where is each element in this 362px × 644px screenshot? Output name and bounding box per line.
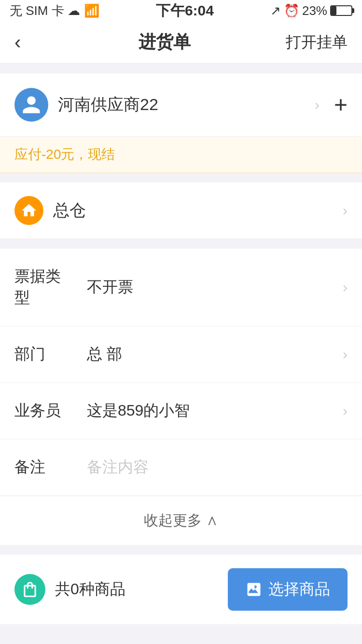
department-arrow-icon: › [343,346,348,363]
invoice-type-value: 不开票 [72,277,343,298]
select-product-button[interactable]: 选择商品 [228,568,348,611]
shopping-bag-icon [21,580,39,599]
remark-label: 备注 [14,457,72,478]
invoice-type-row[interactable]: 票据类型 不开票 › [0,249,362,326]
warehouse-icon [14,196,43,225]
status-bar: 无 SIM 卡 ☁ 📶 下午6:04 ↗ ⏰ 23% [0,0,362,21]
back-button[interactable]: ‹ [14,31,43,53]
page-title: 进货单 [139,30,191,54]
warehouse-arrow-icon: › [343,202,348,219]
battery-percent: 23% [302,3,327,18]
sim-status: 无 SIM 卡 ☁ [10,2,80,19]
add-supplier-button[interactable]: + [334,93,348,116]
salesperson-row[interactable]: 业务员 这是859的小智 › [0,383,362,439]
warehouse-name: 总仓 [53,199,343,222]
house-icon [20,202,38,219]
product-icon [14,574,45,605]
salesperson-arrow-icon: › [343,403,348,419]
product-bar: 共0种商品 选择商品 [0,555,362,624]
location-icon: ↗ [270,3,281,18]
salesperson-value: 这是859的小智 [72,400,343,421]
warehouse-section[interactable]: 总仓 › [0,182,362,239]
alarm-icon: ⏰ [284,3,299,18]
collapse-row[interactable]: 收起更多 ∧ [0,496,362,545]
department-label: 部门 [14,344,72,365]
status-right: ↗ ⏰ 23% [270,3,352,18]
nav-bar: ‹ 进货单 打开挂单 [0,21,362,64]
salesperson-label: 业务员 [14,400,72,421]
collapse-label: 收起更多 ∧ [144,511,218,531]
department-value: 总 部 [72,344,343,365]
status-left: 无 SIM 卡 ☁ 📶 [10,2,99,19]
invoice-type-arrow-icon: › [343,279,348,295]
product-count: 共0种商品 [55,579,228,600]
open-pending-button[interactable]: 打开挂单 [286,32,348,53]
select-product-label: 选择商品 [268,579,330,600]
form-section: 票据类型 不开票 › 部门 总 部 › 业务员 这是859的小智 › 备注 备注… [0,249,362,495]
battery-icon [330,5,352,16]
supplier-avatar [14,88,48,122]
section-gap-1 [0,64,362,73]
supplier-name: 河南供应商22 [58,94,315,116]
select-product-icon [245,581,263,598]
remark-placeholder[interactable]: 备注内容 [72,457,348,478]
invoice-type-label: 票据类型 [14,266,72,308]
notice-banner: 应付-20元，现结 [0,137,362,173]
department-row[interactable]: 部门 总 部 › [0,326,362,383]
person-icon [21,94,42,115]
wifi-icon: 📶 [84,3,99,18]
supplier-arrow-icon: › [315,97,320,113]
supplier-section[interactable]: 河南供应商22 › + [0,73,362,137]
remark-row[interactable]: 备注 备注内容 [0,439,362,495]
status-time: 下午6:04 [156,1,214,21]
